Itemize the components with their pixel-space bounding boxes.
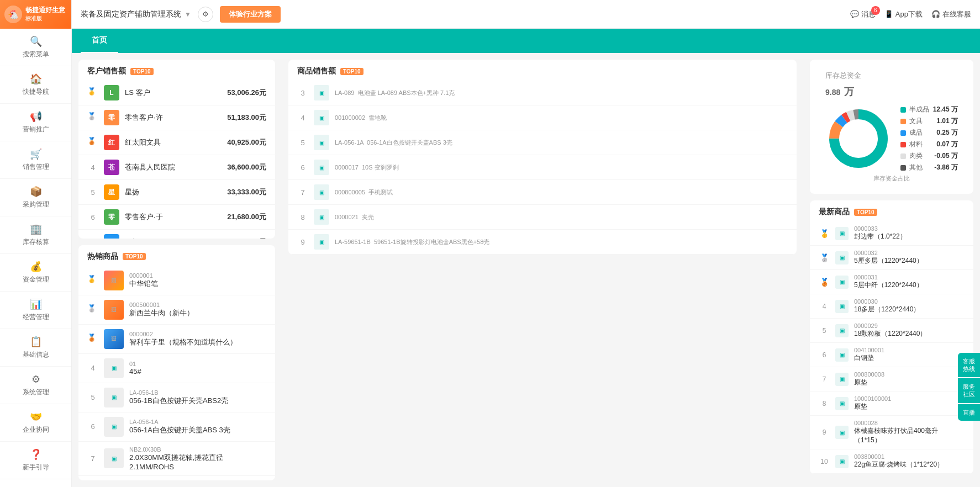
customer-rank-row: 4 苍 苍南县人民医院 36,600.00元 <box>78 155 275 180</box>
customer-name: 零售客户·许 <box>125 113 222 123</box>
customer-amount: 21,680.00元 <box>227 212 266 222</box>
customer-ranking-label: 客户销售额 <box>87 66 126 76</box>
trial-button[interactable]: 体验行业方案 <box>220 6 281 23</box>
headset-icon: 🎧 <box>931 10 940 18</box>
new-product-info: 0000028 体械嘉枝味苏打饮品400毫升（1*15） <box>854 420 965 445</box>
product-ranking-title: 商品销售额 TOP10 <box>288 60 797 81</box>
legend-label: 成品 <box>909 128 933 137</box>
product-code: LA-089 电池盖 LA-089 ABS本色+黑种 7.1克 <box>335 89 788 97</box>
product-code: NB2.0X30B <box>129 446 266 453</box>
rank-number: 6 <box>87 213 98 221</box>
new-product-row: 5 ▣ 0000029 18颗粒板（1220*2440） <box>810 319 973 343</box>
new-product-code: 0000031 <box>854 274 923 280</box>
customer-rank-row: 5 星 星扬 33,333.00元 <box>78 180 275 205</box>
customer-avatar: 零 <box>104 209 119 225</box>
ops-icon: 📊 <box>30 298 42 310</box>
customer-avatar: 红 <box>104 135 119 150</box>
inventory-legend: 半成品 12.45 万 文具 1.01 万 成品 0.25 万 材料 0.07 … <box>900 105 958 172</box>
new-product-name: 22g鱼豆腐·烧烤味（1*12*20） <box>854 460 944 469</box>
sidebar-item-search[interactable]: 🔍 搜索菜单 <box>0 29 71 66</box>
sidebar-item-guide[interactable]: ❓ 新手引导 <box>0 442 71 479</box>
hot-product-row: 6 ▣ LA-056-1A 056-1A白色按键开关盖ABS 3壳 <box>78 412 275 442</box>
tab-home[interactable]: 首页 <box>81 29 118 53</box>
message-icon: 💬 <box>850 10 859 18</box>
new-product-info: 0000033 封边带（1.0*22） <box>854 225 907 241</box>
app-download-button[interactable]: 📱 App下载 <box>884 9 923 19</box>
float-btn-2[interactable]: 直播 <box>958 404 980 421</box>
new-product-image: ▣ <box>835 276 849 289</box>
rank-number: 6 <box>87 422 98 431</box>
new-product-info: 10000100001 原垫 <box>854 395 891 411</box>
sales-icon: 🛒 <box>30 148 42 160</box>
product-image: ▣ <box>104 417 124 437</box>
product-info: 01 45# <box>129 361 266 375</box>
new-product-image: ▣ <box>835 251 849 264</box>
customer-avatar: 星 <box>104 184 119 200</box>
legend-item: 材料 0.07 万 <box>900 140 958 149</box>
product-image: 🖼 <box>104 271 124 290</box>
message-button[interactable]: 💬 消息 6 <box>850 9 876 19</box>
legend-value: 12.45 万 <box>933 105 958 114</box>
content-area: 客户销售额 TOP10 🥇 L LS 客户 53,006.26元 🥈 零 零售客… <box>72 53 980 487</box>
sidebar-item-base[interactable]: 📋 基础信息 <box>0 329 71 367</box>
rank-number: 5 <box>297 139 308 147</box>
phone-icon: 📱 <box>884 10 893 18</box>
new-product-row: 10 ▣ 003800001 22g鱼豆腐·烧烤味（1*12*20） <box>810 449 973 474</box>
mid-column: 商品销售额 TOP10 3 ▣ LA-089 电池盖 LA-089 ABS本色+… <box>282 53 803 487</box>
float-btn-0[interactable]: 客服热线 <box>958 353 980 378</box>
new-product-row: 🥉 ▣ 0000031 5层中纤（1220*2440） <box>810 270 973 294</box>
customer-amount: 51,183.00元 <box>227 113 266 123</box>
legend-dot <box>900 119 906 124</box>
sidebar-item-marketing[interactable]: 📢 营销推广 <box>0 104 71 141</box>
new-rank-number: 6 <box>819 351 830 359</box>
new-rank-number: 🥉 <box>819 278 830 287</box>
new-product-row: 6 ▣ 004100001 白钢垫 <box>810 343 973 367</box>
product-info: LA-056-1B 056-1B白色按键开关壳ABS2壳 <box>129 389 266 406</box>
legend-item: 成品 0.25 万 <box>900 128 958 137</box>
rank-number: 7 <box>87 238 98 239</box>
sidebar-item-sales[interactable]: 🛒 销售管理 <box>0 141 71 179</box>
new-product-image: ▣ <box>835 397 849 410</box>
new-product-name: 5层中纤（1220*2440） <box>854 280 923 290</box>
new-product-info: 000800008 原垫 <box>854 371 884 387</box>
new-products-title: 最新商品 TOP10 <box>810 200 973 221</box>
left-column: 客户销售额 TOP10 🥇 L LS 客户 53,006.26元 🥈 零 零售客… <box>72 53 282 487</box>
guide-icon: ❓ <box>30 448 42 460</box>
customer-amount: 40,925.00元 <box>227 137 266 147</box>
product-thumbnail: ▣ <box>314 234 329 250</box>
legend-dot <box>900 153 906 159</box>
customer-name: LS 客户 <box>125 88 222 98</box>
sidebar-item-finance[interactable]: 💰 资金管理 <box>0 254 71 292</box>
float-btn-1[interactable]: 服务社区 <box>958 378 980 403</box>
new-product-code: 0000033 <box>854 225 907 232</box>
new-product-code: 0000030 <box>854 298 920 305</box>
product-thumbnail: ▣ <box>314 184 329 200</box>
new-product-name: 18颗粒板（1220*2440） <box>854 329 926 338</box>
new-product-image: ▣ <box>835 227 849 240</box>
sidebar-label-purchase: 采购管理 <box>23 200 49 209</box>
hot-products-title: 热销商品 TOP10 <box>78 245 275 266</box>
new-rank-number: 7 <box>819 375 830 383</box>
system-selector[interactable]: 装备及固定资产辅助管理系统 ▼ <box>81 9 191 19</box>
product-image: ▣ <box>104 388 124 407</box>
sidebar-item-collab[interactable]: 🤝 企业协同 <box>0 404 71 442</box>
product-name: 智利车子里（规格不知道填什么） <box>129 337 266 347</box>
product-rank-row: 9 ▣ LA-59651-1B 59651-1B旋转投影灯电池盒ABS黑色+58… <box>288 230 797 255</box>
new-product-name: 封边带（1.0*22） <box>854 232 907 241</box>
sidebar-item-system[interactable]: ⚙ 系统管理 <box>0 367 71 404</box>
new-product-row: 8 ▣ 10000100001 原垫 <box>810 391 973 416</box>
sidebar-label-inventory: 库存核算 <box>23 237 49 247</box>
product-name: 056-1B白色按键开关壳ABS2壳 <box>129 396 266 406</box>
online-service-button[interactable]: 🎧 在线客服 <box>931 9 971 19</box>
float-buttons: 客服热线服务社区直播 <box>958 353 980 421</box>
new-rank-number: 9 <box>819 428 830 436</box>
new-products-badge: TOP10 <box>854 209 877 216</box>
settings-icon[interactable]: ⚙ <box>198 7 213 22</box>
legend-value: -0.05 万 <box>934 151 958 161</box>
sidebar-item-inventory[interactable]: 🏢 库存核算 <box>0 216 71 254</box>
product-image: ▣ <box>104 448 124 468</box>
sidebar-item-ops[interactable]: 📊 经营管理 <box>0 292 71 329</box>
sidebar-item-nav[interactable]: 🏠 快捷导航 <box>0 66 71 104</box>
sidebar-item-purchase[interactable]: 📦 采购管理 <box>0 179 71 216</box>
new-rank-number: 🥇 <box>819 229 830 238</box>
